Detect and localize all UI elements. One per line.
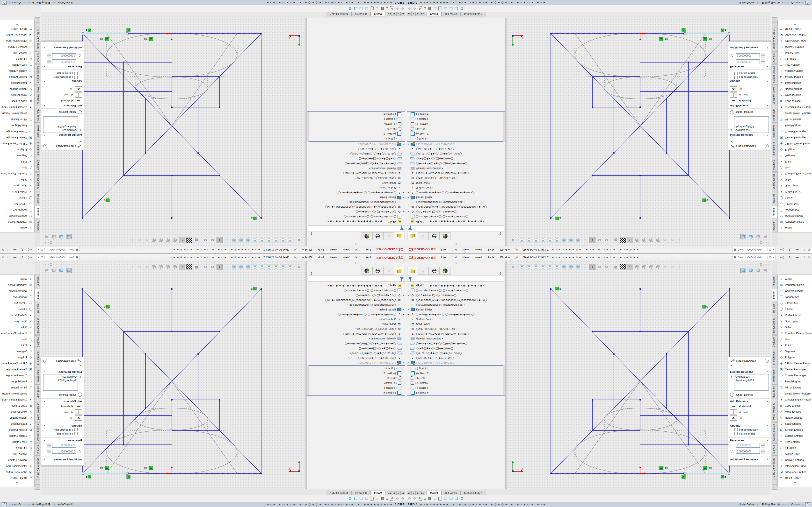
tab-displaymanager[interactable] [440, 267, 451, 275]
help-icon[interactable]: ? [765, 144, 769, 148]
triangle-apex-vertex[interactable] [171, 125, 172, 126]
checkbox-icon[interactable] [734, 72, 738, 75]
tool-partial-ellipse[interactable]: ◖Partial Ellipse [0, 189, 34, 195]
tag-pen-icon[interactable]: ✎ [2, 1, 6, 5]
panel-collapse-dot[interactable] [355, 262, 357, 264]
tool-equation-curve[interactable]: ƒEquation Driven Curve [0, 330, 34, 336]
tool-tangent-arc[interactable]: ⌒Tangent Arc [0, 294, 34, 300]
cube-outline-icon[interactable] [252, 264, 258, 270]
pill-icon[interactable]: ⬭ [604, 237, 609, 243]
angle-field[interactable]: 0.00000000° [52, 53, 77, 58]
anchor-icon[interactable]: ⊥ [130, 237, 136, 243]
help-icon[interactable]: ? [786, 256, 792, 259]
cm-tab-evaluate[interactable]: Evaluate [772, 335, 777, 349]
cm-tab-mbd-dimensions[interactable]: MBD Dimensions [772, 456, 777, 480]
sketch-canvas[interactable]: 109 109 [548, 287, 732, 479]
tree-item-sketch[interactable]: (-) Sketch5 [407, 122, 505, 126]
cm-tab-mold-tools[interactable]: Mold Tools [772, 107, 777, 123]
tab-configurationmanager[interactable] [372, 232, 383, 240]
pill-icon[interactable]: ⬭ [597, 264, 603, 270]
fix-icon[interactable]: ⚓ [75, 415, 82, 420]
tree-filter[interactable] [407, 225, 504, 232]
tree-item[interactable]: ◯✤ИN◉♙✚◯✱◉|◯∘◯|◉✱◯✚♙◉ИN✤◯ [307, 341, 405, 346]
tree-scrollbar[interactable] [503, 365, 505, 394]
tool-extend-entities[interactable]: ⊦Extend Entities [0, 68, 34, 74]
cube-solid-icon[interactable] [568, 264, 574, 270]
option-infinite-length[interactable]: Infinite length [43, 72, 78, 75]
expand-chevron-icon[interactable]: ▼ [767, 458, 769, 461]
tool-silhouette-entities[interactable]: ◪Silhouette Entities [778, 32, 812, 38]
tool-equation-curve[interactable]: ƒEquation Driven Curve [778, 330, 812, 336]
add-relation-vertical[interactable]: │Vertical [730, 92, 769, 98]
cm-tab-direct-editing[interactable]: Direct Editing [772, 172, 777, 191]
tool-silhouette-entities[interactable]: ◪Silhouette Entities [778, 469, 812, 475]
pin-icon[interactable] [294, 248, 297, 251]
tool-fit-spline[interactable]: ∟Fit Spline [0, 445, 34, 451]
fix-icon[interactable]: ⚓ [730, 87, 737, 92]
vertical-icon[interactable]: │ [75, 92, 82, 98]
stamp-icon[interactable]: ❖ [408, 6, 411, 11]
tree-scrollbar[interactable] [307, 365, 309, 394]
cube-gray-icon[interactable] [172, 237, 177, 243]
tool-polygon[interactable]: ◇Polygon [0, 147, 34, 153]
search-input[interactable] [45, 256, 75, 259]
cm-tab-direct-editing[interactable]: Direct Editing [35, 316, 40, 335]
cube-gray-icon[interactable] [172, 264, 177, 270]
tree-item-sketch[interactable]: (-) Sketch2 [407, 131, 505, 136]
tool-line[interactable]: ╱Line [778, 336, 812, 342]
tool-ellipse[interactable]: ◯Ellipse [778, 195, 812, 201]
cm-tab--[interactable]: : [772, 18, 777, 22]
cube-gray-icon[interactable] [635, 264, 640, 270]
relations-listbox[interactable]: Collinear108Equal length109 [734, 116, 769, 133]
doc-tab-model[interactable]: Model [426, 491, 442, 495]
tool-scale-entities[interactable]: ↘Scale Entities [0, 80, 34, 87]
rollback-line[interactable] [307, 141, 405, 142]
tool-trim-entities[interactable]: ✂Trim Entities [0, 439, 34, 445]
tool-center-rectangle[interactable]: ▣Center Rectangle [0, 135, 34, 141]
bars-icon[interactable]: ≡ [386, 497, 388, 501]
help-icon[interactable]: ? [20, 256, 26, 259]
tab-displaymanager[interactable] [440, 232, 451, 240]
tree-item[interactable]: ▨◯Ƨ5∘∩✱♙AШ◯∘◯ШA♙✱∩∘Ƨ5◯ [307, 326, 405, 331]
stamp-icon[interactable]: ❖ [408, 496, 411, 501]
tool-linear-pattern[interactable]: ∷Linear Sketch Pattern [778, 111, 812, 117]
cm-tab-evaluate[interactable]: Evaluate [35, 335, 40, 349]
anchor-icon[interactable]: ⊥ [676, 237, 682, 243]
menu-item-window[interactable]: Window [498, 247, 513, 252]
cm-tab-mold-tools[interactable]: Mold Tools [35, 384, 40, 400]
horizontal-icon[interactable]: — [75, 404, 82, 409]
fix-icon[interactable]: ⚓ [75, 87, 82, 92]
tree-item[interactable]: ◯✤Ⅎ⅁∘♙◯✱◉|◯∘◯|◉✱◯♙∘⅁Ⅎ✤◯ [307, 350, 405, 355]
relations-listbox[interactable]: Collinear108Equal length109 [43, 116, 78, 133]
tool-polygon[interactable]: ◇Polygon [0, 354, 34, 360]
cube-solid-icon[interactable] [245, 237, 251, 243]
tree-item-sketch[interactable]: (-) Sketch4 [407, 385, 505, 390]
tree-item[interactable]: Material <not specified> [407, 336, 505, 341]
bars-icon[interactable]: ≡ [424, 6, 426, 11]
cm-tab-sheet-metal[interactable]: Sheet Metal [35, 140, 40, 157]
tool-move-entities[interactable]: ↗Move Entities [0, 93, 34, 99]
cm-tab-evaluate[interactable]: Evaluate [772, 158, 777, 172]
tool-mirror-entities[interactable]: ◫Mirror Entities [778, 117, 812, 123]
cube-outline-icon[interactable] [266, 264, 272, 270]
menu-item-edit[interactable]: Edit [353, 247, 363, 252]
prev-tab-button[interactable]: ◀ [396, 491, 401, 495]
tool-line[interactable]: ╱Line [778, 165, 812, 171]
menu-item-tools[interactable]: Tools [485, 255, 497, 260]
relation-list-item[interactable]: Equal length109 [45, 379, 77, 382]
expand-arrow-icon[interactable]: ▶ [401, 314, 404, 316]
grid-icon[interactable]: ▦ [380, 496, 384, 501]
undo-icon[interactable]: ↶ [627, 264, 633, 270]
cm-tab-mbd-dimensions[interactable]: MBD Dimensions [35, 456, 40, 480]
doc-minimize-icon[interactable]: – [755, 241, 757, 244]
restore-button[interactable]: ❐ [802, 248, 805, 251]
stamp-icon[interactable]: ❖ [401, 6, 404, 11]
doc-tab-motion-study-1[interactable]: Motion Study 1 [461, 12, 487, 16]
tool-intersection-curve[interactable]: ◬Intersection Curve [778, 463, 812, 469]
tool-segment[interactable]: ◽Segment [0, 153, 34, 159]
tool-trim-entities[interactable]: ✂Trim Entities [778, 439, 812, 445]
cube-solid-icon[interactable] [231, 237, 237, 243]
tool-point[interactable]: ▪Point [0, 159, 34, 165]
bars-dim-icon[interactable]: ≡ [376, 6, 378, 11]
collapse-chevron-icon[interactable]: ▲ [767, 370, 769, 373]
